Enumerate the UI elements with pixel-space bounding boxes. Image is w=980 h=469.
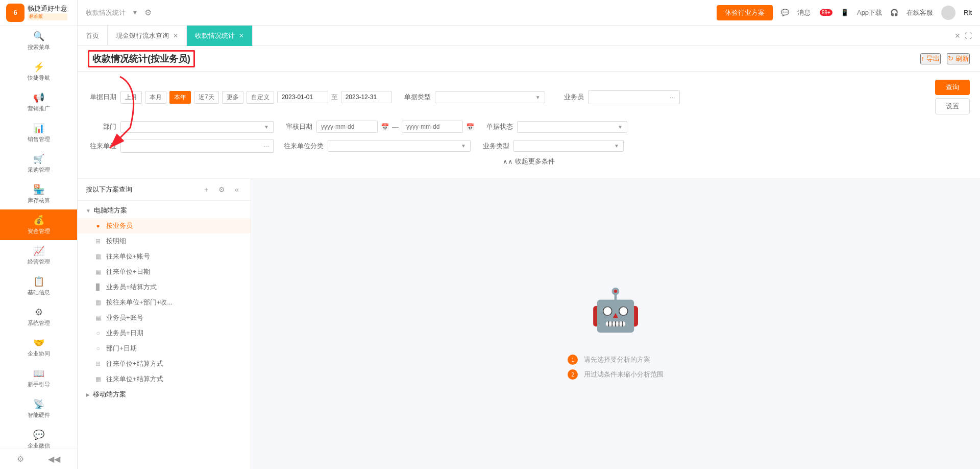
audit-date-to-input[interactable] [402,121,463,133]
doc-type-select[interactable]: ▼ [435,91,545,103]
dept-label: 部门 [88,122,116,131]
salesman-select[interactable]: ··· [588,90,680,104]
collapse-filter-bar[interactable]: ∧∧ 收起更多条件 [88,153,970,170]
date-filter-item: 单据日期 上月 本月 本年 近7天 更多 自定义 至 [88,91,392,104]
counterparty-more-icon[interactable]: ··· [263,142,269,150]
sidebar-item-12[interactable]: 📡智能硬件 [0,393,77,424]
tab-collection-stats[interactable]: 收款情况统计 ✕ [187,26,253,46]
salesman-more-icon[interactable]: ··· [670,93,675,101]
tree-item-unit-settlement2[interactable]: ▦ 往来单位+结算方式 [78,371,251,387]
scheme-settings-icon[interactable]: ⚙ [216,184,227,195]
audit-date-label: 审核日期 [284,122,312,131]
sidebar-item-8[interactable]: 📋基础信息 [0,271,77,301]
tree-item-unit-date[interactable]: ▦ 往来单位+日期 [78,264,251,279]
doc-status-filter-item: 单据状态 ▼ [484,121,627,133]
tree-group-arrow-mobile: ▶ [86,392,90,397]
tree-group-desktop[interactable]: ▼ 电脑端方案 [78,203,251,218]
sidebar-item-3[interactable]: 📊销售管理 [0,118,77,148]
sidebar-item-7[interactable]: 📈经营管理 [0,240,77,271]
sidebar-icon-1: ⚡ [33,61,44,73]
trial-button[interactable]: 体验行业方案 [717,5,773,20]
settings-button[interactable]: 设置 [935,98,970,114]
biz-type-dropdown-icon: ▼ [614,143,619,149]
tree-item-by-detail[interactable]: ⊞ 按明细 [78,233,251,249]
page-title-bar: 收款情况统计(按业务员) ↑ 导出 ↻ 刷新 [78,46,980,72]
sidebar-item-6[interactable]: 💰资金管理 [0,209,77,240]
date-to-input[interactable] [341,91,392,103]
tab-cash-flow[interactable]: 现金银行流水查询 ✕ [108,26,187,46]
tree-item-icon-udept: ▦ [94,298,102,307]
tab-home[interactable]: 首页 [78,26,108,46]
tree-item-salesman-account[interactable]: ▦ 业务员+账号 [78,310,251,325]
left-panel-title: 按以下方案查询 [86,185,132,194]
sidebar-item-10[interactable]: 🤝企业协同 [0,332,77,363]
left-panel-header: 按以下方案查询 + ⚙ « [78,179,251,201]
tree-item-by-salesman[interactable]: ● 按业务员 [78,218,251,233]
dept-select[interactable]: ▼ [120,121,274,133]
maximize-window-icon[interactable]: ⛶ [965,32,972,40]
breadcrumb-arrow: ▼ [132,9,138,16]
sidebar-icon-13: 💬 [33,429,44,440]
sidebar-item-2[interactable]: 📢营销推广 [0,87,77,118]
date-btn-more[interactable]: 更多 [222,91,243,104]
sidebar-item-5[interactable]: 🏪库存核算 [0,179,77,209]
tree-item-unit-dept[interactable]: ▦ 按往来单位+部门+收... [78,295,251,310]
date-from-input[interactable] [277,91,328,103]
filter-row-1: 单据日期 上月 本月 本年 近7天 更多 自定义 至 单据类型 [88,80,970,114]
sidebar-item-4[interactable]: 🛒采购管理 [0,148,77,179]
date-btn-last-month[interactable]: 上月 [120,91,142,104]
tree-item-unit-settlement1[interactable]: ⊞ 往来单位+结算方式 [78,356,251,371]
counterparty-select[interactable]: ··· [120,139,274,153]
tree-item-icon-ua: ▦ [94,252,102,261]
date-btn-7days[interactable]: 近7天 [194,91,219,104]
add-scheme-btn[interactable]: + [201,184,212,195]
user-name[interactable]: Rit [964,9,972,16]
biz-type-select[interactable]: ▼ [513,140,624,152]
export-button[interactable]: ↑ 导出 [920,53,941,64]
collapse-sidebar-icon[interactable]: ◀◀ [48,454,60,464]
filter-row-3: 往来单位 ··· 往来单位分类 ▼ 业务类型 [88,139,970,153]
tree-item-dept-date[interactable]: ○ 部门+日期 [78,341,251,356]
headset-icon: 🎧 [890,9,898,16]
export-icon: ↑ [921,55,925,62]
tree-item-salesman-date[interactable]: ○ 业务员+日期 [78,325,251,341]
sidebar-item-0[interactable]: 🔍搜索菜单 [0,26,77,56]
biz-type-label: 业务类型 [481,142,509,151]
biz-type-filter-item: 业务类型 ▼ [481,140,624,152]
tree-group-mobile[interactable]: ▶ 移动端方案 [78,387,251,402]
date-btn-custom[interactable]: 自定义 [247,91,274,104]
settings-bottom-icon[interactable]: ⚙ [17,454,24,464]
notification-label[interactable]: 消息 [797,8,811,17]
close-window-icon[interactable]: ✕ [954,32,961,40]
sidebar-item-11[interactable]: 📖新手引导 [0,363,77,393]
refresh-button[interactable]: ↻ 刷新 [947,53,970,64]
date-btn-this-year[interactable]: 本年 [169,91,191,104]
sidebar-item-9[interactable]: ⚙系统管理 [0,301,77,332]
collapse-panel-icon[interactable]: « [231,184,242,195]
doc-status-select[interactable]: ▼ [517,121,627,133]
audit-date-icon1[interactable]: 📅 [381,123,389,131]
online-service-label[interactable]: 在线客服 [906,8,933,17]
sidebar-item-13[interactable]: 💬企业微信 [0,424,77,449]
date-btn-this-month[interactable]: 本月 [145,91,166,104]
sidebar-bottom: ⚙ ◀◀ [0,449,77,469]
page-title: 收款情况统计(按业务员) [88,50,195,67]
tree-item-salesman-settlement[interactable]: ▊ 业务员+结算方式 [78,279,251,295]
message-icon[interactable]: 💬 [781,9,789,16]
sidebar-item-1[interactable]: ⚡快捷导航 [0,56,77,87]
app-download-label[interactable]: App下载 [857,8,882,17]
settings-icon[interactable]: ⚙ [144,8,152,17]
user-avatar[interactable] [941,6,955,20]
tree-item-icon-ss: ▊ [94,283,102,291]
sidebar-icon-2: 📢 [33,92,44,103]
tab-close-active-icon[interactable]: ✕ [239,32,244,39]
audit-date-from-input[interactable] [316,121,378,133]
filter-row-2: 部门 ▼ 审核日期 📅 — 📅 [88,121,970,133]
tree-item-icon-ud: ▦ [94,268,102,276]
query-button[interactable]: 查询 [935,80,970,95]
tab-close-icon[interactable]: ✕ [173,32,178,39]
tree-item-unit-account[interactable]: ▦ 往来单位+账号 [78,249,251,264]
audit-date-icon2[interactable]: 📅 [466,123,474,131]
tree-group-label-mobile: 移动端方案 [93,390,126,399]
counterparty-category-select[interactable]: ▼ [328,140,471,152]
